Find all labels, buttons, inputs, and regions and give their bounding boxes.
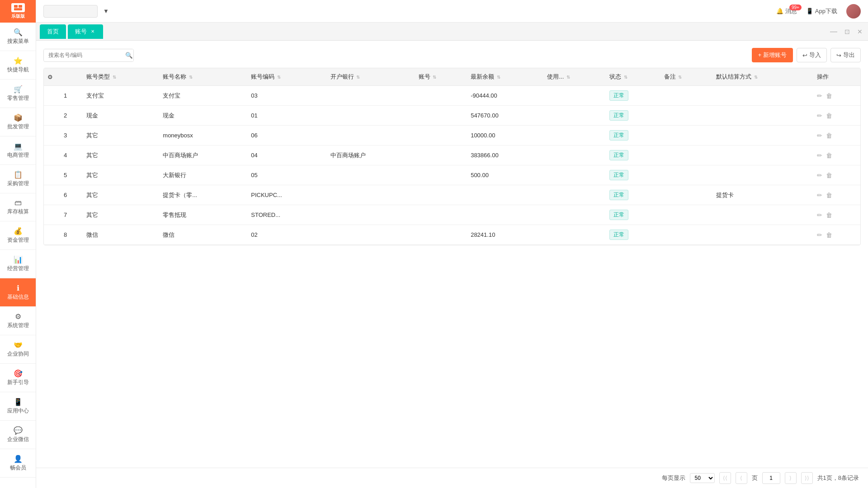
cell-bank xyxy=(327,185,415,205)
edit-button[interactable]: ✏ xyxy=(817,112,822,119)
col-header-type[interactable]: 账号类型 ⇅ xyxy=(83,68,159,86)
delete-button[interactable]: 🗑 xyxy=(826,231,832,239)
tab-close-icon[interactable]: ✕ xyxy=(90,28,96,35)
col-header-bank[interactable]: 开户银行 ⇅ xyxy=(327,68,415,86)
import-button[interactable]: ↩ 导入 xyxy=(797,48,827,62)
add-account-button[interactable]: + 新增账号 xyxy=(752,48,793,62)
user-avatar[interactable] xyxy=(846,4,861,19)
delete-button[interactable]: 🗑 xyxy=(826,132,832,139)
app-download-button[interactable]: 📱 App下载 xyxy=(806,7,837,15)
sidebar-item-wholesale[interactable]: 📦 批发管理 xyxy=(0,108,36,136)
import-icon: ↩ xyxy=(802,52,807,59)
topbar-dropdown[interactable]: ▼ xyxy=(103,8,109,14)
col-header-name[interactable]: 账号名称 ⇅ xyxy=(159,68,247,86)
col-header-remark[interactable]: 备注 ⇅ xyxy=(660,68,712,86)
tab-home[interactable]: 首页 xyxy=(40,24,66,39)
page-size-select[interactable]: 50 10 20 100 xyxy=(690,473,715,483)
sidebar-item-funds[interactable]: 💰 资金管理 xyxy=(0,221,36,250)
account-search-input[interactable] xyxy=(44,49,121,61)
export-button[interactable]: ↪ 导出 xyxy=(830,48,861,62)
tab-account[interactable]: 账号 ✕ xyxy=(68,24,103,39)
svg-rect-0 xyxy=(14,5,18,8)
delete-button[interactable]: 🗑 xyxy=(826,92,832,99)
edit-button[interactable]: ✏ xyxy=(817,192,822,199)
content-toolbar: 🔍 + 新增账号 ↩ 导入 ↪ 导出 xyxy=(43,48,861,62)
restore-icon[interactable]: ⊡ xyxy=(843,28,852,35)
sidebar-item-basic[interactable]: ℹ 基础信息 xyxy=(0,278,36,307)
col-header-default-payment[interactable]: 默认结算方式 ⇅ xyxy=(712,68,813,86)
gear-icon[interactable]: ⚙ xyxy=(47,74,53,80)
cell-usage xyxy=(543,205,606,225)
sidebar-item-purchase[interactable]: 📋 采购管理 xyxy=(0,165,36,193)
cell-status: 正常 xyxy=(606,106,660,126)
sidebar-item-enterprise[interactable]: 🤝 企业协同 xyxy=(0,335,36,364)
delete-button[interactable]: 🗑 xyxy=(826,172,832,179)
bell-icon: 🔔 xyxy=(776,8,783,14)
cell-status: 正常 xyxy=(606,205,660,225)
sidebar-item-apps[interactable]: 📱 应用中心 xyxy=(0,392,36,421)
topbar: ▼ 🔔 消息 99+ 📱 App下载 xyxy=(36,0,868,23)
edit-button[interactable]: ✏ xyxy=(817,231,822,239)
col-header-account[interactable]: 账号 ⇅ xyxy=(415,68,467,86)
sidebar-item-quicknav[interactable]: ⭐ 快捷导航 xyxy=(0,51,36,80)
dropdown-arrow-icon: ▼ xyxy=(103,8,109,14)
edit-button[interactable]: ✏ xyxy=(817,172,822,179)
edit-button[interactable]: ✏ xyxy=(817,152,822,159)
col-header-code[interactable]: 账号编码 ⇅ xyxy=(247,68,327,86)
cell-num: 1 xyxy=(60,86,83,106)
col-header-status[interactable]: 状态 ⇅ xyxy=(606,68,660,86)
cell-type: 其它 xyxy=(83,145,159,165)
sidebar-item-guide[interactable]: 🎯 新手引导 xyxy=(0,364,36,392)
close-icon[interactable]: ✕ xyxy=(855,28,864,35)
message-button[interactable]: 🔔 消息 99+ xyxy=(776,7,797,15)
cell-name: 支付宝 xyxy=(159,86,247,106)
sidebar-item-retail[interactable]: 🛒 零售管理 xyxy=(0,80,36,108)
sidebar-item-operations[interactable]: 📊 经营管理 xyxy=(0,250,36,278)
col-header-usage[interactable]: 使用... ⇅ xyxy=(543,68,606,86)
delete-button[interactable]: 🗑 xyxy=(826,152,832,159)
cell-remark xyxy=(660,126,712,145)
tab-account-label: 账号 xyxy=(75,28,87,36)
sidebar-item-search[interactable]: 🔍 搜索菜单 xyxy=(0,23,36,51)
operations-icon: 📊 xyxy=(2,255,34,264)
cell-type: 其它 xyxy=(83,165,159,185)
delete-button[interactable]: 🗑 xyxy=(826,211,832,219)
page-next-button[interactable]: ⟩ xyxy=(785,472,797,484)
cell-actions: ✏ 🗑 xyxy=(813,205,860,225)
edit-button[interactable]: ✏ xyxy=(817,211,822,219)
page-prev-button[interactable]: ⟨ xyxy=(736,472,747,484)
sidebar-item-label: 电商管理 xyxy=(2,151,34,159)
delete-button[interactable]: 🗑 xyxy=(826,192,832,199)
page-number-input[interactable] xyxy=(762,472,780,484)
sidebar-item-wechat[interactable]: 💬 企业微信 xyxy=(0,421,36,449)
cell-default-payment xyxy=(712,86,813,106)
topbar-search-input[interactable] xyxy=(43,5,98,18)
sidebar-item-system[interactable]: ⚙ 系统管理 xyxy=(0,307,36,335)
sidebar-item-inventory[interactable]: 🗃 库存核算 xyxy=(0,193,36,221)
cell-gear xyxy=(44,185,60,205)
cell-num: 8 xyxy=(60,225,83,245)
sidebar-item-ecommerce[interactable]: 💻 电商管理 xyxy=(0,136,36,165)
total-label: 共1页，8条记录 xyxy=(817,474,859,482)
page-last-button[interactable]: ⟩⟩ xyxy=(801,472,813,484)
cell-balance: -90444.00 xyxy=(467,86,543,106)
sidebar-item-label: 畅会员 xyxy=(2,464,34,472)
minimize-icon[interactable]: — xyxy=(828,28,839,36)
status-badge: 正常 xyxy=(609,90,628,101)
search-submit-button[interactable]: 🔍 xyxy=(121,49,134,61)
edit-button[interactable]: ✏ xyxy=(817,92,822,99)
delete-button[interactable]: 🗑 xyxy=(826,112,832,119)
sidebar-item-label: 企业微信 xyxy=(2,436,34,443)
cell-account xyxy=(415,205,467,225)
page-first-button[interactable]: ⟨⟨ xyxy=(719,472,731,484)
svg-rect-1 xyxy=(19,5,22,8)
cell-gear xyxy=(44,205,60,225)
cell-actions: ✏ 🗑 xyxy=(813,165,860,185)
sidebar-item-member[interactable]: 👤 畅会员 xyxy=(0,449,36,478)
col-header-balance[interactable]: 最新余额 ⇅ xyxy=(467,68,543,86)
sidebar-item-label: 应用中心 xyxy=(2,407,34,415)
pagination-bar: 每页显示 50 10 20 100 ⟨⟨ ⟨ 页 ⟩ ⟩⟩ 共1页，8条记录 xyxy=(36,468,868,488)
edit-button[interactable]: ✏ xyxy=(817,132,822,139)
cell-status: 正常 xyxy=(606,86,660,106)
tabbar: 首页 账号 ✕ — ⊡ ✕ xyxy=(36,23,868,41)
